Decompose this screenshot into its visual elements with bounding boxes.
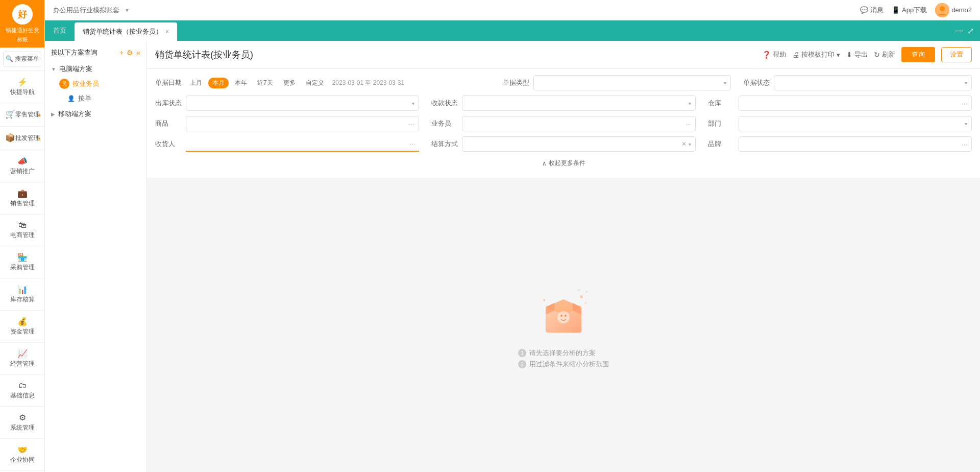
filter-salesperson: 业务员 ··· [431,116,695,131]
svg-point-6 [557,311,570,323]
scheme-group-mobile: ▶ 移动端方案 [45,107,146,121]
date-range-display: 2023-03-01 至 2023-03-31 [332,79,404,87]
sidebar-item-operation[interactable]: 📈 经营管理 [0,345,44,372]
doc-status-label: 单据状态 [743,78,770,87]
date-tab-custom[interactable]: 自定义 [302,78,328,88]
goods-input[interactable] [190,120,407,128]
warehouse-more[interactable]: ··· [962,100,967,107]
receiver-control[interactable]: ··· [186,136,419,152]
goods-control[interactable]: ··· [186,116,419,131]
sidebar-item-retail[interactable]: 🛒 零售管理 [0,105,44,124]
collapse-button[interactable]: ∧ 收起更多条件 [542,159,585,168]
filter-warehouse: 仓库 ··· [708,96,972,111]
user-avatar [935,3,949,17]
salesperson-input[interactable] [467,120,683,128]
salesperson-more[interactable]: ··· [685,120,691,128]
scheme-item-by-order[interactable]: 👤 按单 [45,92,146,105]
scheme-add-button[interactable]: + [119,49,124,57]
message-label: 消息 [870,6,884,15]
ecommerce-icon: 🛍 [18,221,27,230]
payment-clear-button[interactable]: ✕ [681,140,687,148]
scheme-group-mobile-title[interactable]: ▶ 移动端方案 [45,107,146,121]
date-tab-last-month[interactable]: 上月 [186,78,206,88]
user-profile-button[interactable]: demo2 [935,3,972,17]
sidebar-item-system[interactable]: ⚙ 系统管理 [0,409,44,436]
receiver-more[interactable]: ··· [409,140,415,148]
filter-dept: 部门 ▾ [708,116,972,131]
print-button[interactable]: 🖨 按模板打印 ▾ [792,50,840,59]
retail-label: 零售管理 [15,110,40,119]
dept-input[interactable] [743,120,963,128]
sidebar-item-basic[interactable]: 🗂 基础信息 [0,377,44,404]
doc-status-input[interactable] [778,79,963,87]
sidebar-item-marketing[interactable]: 📣 营销推广 [0,152,44,180]
filter-out-status: 出库状态 ▾ [155,96,419,111]
tab-maximize-button[interactable]: ⤢ [967,26,974,36]
salesperson-control[interactable]: ··· [462,116,695,131]
sidebar-item-purchase[interactable]: 🏪 采购管理 [0,248,44,276]
scheme-item-by-salesperson[interactable]: 员 按业务员 [45,76,146,92]
scheme-settings-button[interactable]: ⚙ [127,49,133,57]
filter-doc-status: 单据状态 ▾ [743,75,972,90]
doc-type-input[interactable] [538,79,722,87]
scheme-group-pc-title[interactable]: ▼ 电脑端方案 [45,62,146,76]
tab-minimize-button[interactable]: — [955,26,963,35]
sidebar-item-enterprise[interactable]: 🤝 企业协同 [0,441,44,468]
brand-input[interactable] [743,140,960,148]
brand-control[interactable]: ··· [739,136,972,152]
print-icon: 🖨 [792,51,799,59]
export-button[interactable]: ⬇ 导出 [846,50,868,59]
sidebar-item-sales[interactable]: 💼 销售管理 [0,184,44,212]
scheme-item-label-salesperson: 按业务员 [72,79,99,88]
pay-status-input[interactable] [467,100,686,107]
sidebar-item-inventory[interactable]: 📊 库存核算 [0,280,44,308]
search-menu-button[interactable]: 🔍 按以下方案查询 搜索菜单 [3,52,41,66]
date-tab-this-year[interactable]: 本年 [231,78,251,88]
help-button[interactable]: ❓ 帮助 [762,50,786,59]
scheme-item-icon-salesperson: 员 [59,79,69,89]
nav-retail: 🛒 零售管理 [0,103,44,127]
dept-control[interactable]: ▾ [739,116,972,131]
brand-more[interactable]: ··· [962,140,967,148]
warehouse-input[interactable] [743,100,960,107]
tab-home[interactable]: 首页 [45,20,75,41]
filter-row-1: 单据日期 上月 本月 本年 近7天 更多 自定义 2023-03-01 至 20… [155,75,972,90]
date-label: 单据日期 [155,78,182,87]
out-status-label: 出库状态 [155,99,182,108]
tab-close-button[interactable]: × [165,28,169,35]
warehouse-control[interactable]: ··· [739,96,972,111]
payment-control[interactable]: ✕ ▾ [462,136,695,152]
app-download-button[interactable]: 📱 App下载 [892,6,927,15]
pay-status-control[interactable]: ▾ [462,96,695,111]
refresh-button[interactable]: ↻ 刷新 [874,50,895,59]
print-dropdown-arrow[interactable]: ▾ [837,51,840,59]
salesperson-label: 业务员 [431,119,458,128]
payment-input[interactable] [467,140,679,148]
receiver-input[interactable] [190,140,407,148]
tab-sales-stats[interactable]: 销货单统计表（按业务员） × [75,22,177,41]
doc-status-control[interactable]: ▾ [774,75,972,90]
sidebar-item-quick-nav[interactable]: ⚡ 快捷导航 [0,73,44,101]
date-tab-more[interactable]: 更多 [279,78,300,88]
sidebar-search-area: 🔍 按以下方案查询 搜索菜单 [0,48,44,71]
sidebar-logo[interactable]: 好 畅捷通好生意 标账 [0,0,44,48]
query-button[interactable]: 查询 [901,47,935,62]
date-tab-this-month[interactable]: 本月 [208,78,229,88]
quick-nav-label: 快捷导航 [10,88,35,97]
system-label: 系统管理 [10,423,35,432]
sidebar-item-wholesale[interactable]: 📦 批发管理 [0,129,44,148]
goods-more[interactable]: ··· [409,120,414,128]
out-status-control[interactable]: ▾ [186,96,419,111]
topbar-dropdown-arrow[interactable]: ▾ [126,7,129,14]
scheme-panel-actions: + ⚙ « [119,49,140,57]
doc-type-control[interactable]: ▾ [533,75,731,90]
out-status-input[interactable] [190,100,410,107]
date-tab-7days[interactable]: 近7天 [253,78,277,88]
message-button[interactable]: 💬 消息 [860,6,884,15]
page-header: 销货单统计表(按业务员) ❓ 帮助 🖨 按模板打印 ▾ ⬇ [147,41,980,69]
sidebar-item-ecommerce[interactable]: 🛍 电商管理 [0,217,44,244]
settings-button[interactable]: 设置 [941,47,972,62]
out-status-arrow: ▾ [412,101,414,106]
sidebar-item-finance[interactable]: 💰 资金管理 [0,313,44,340]
scheme-collapse-button[interactable]: « [136,49,140,57]
